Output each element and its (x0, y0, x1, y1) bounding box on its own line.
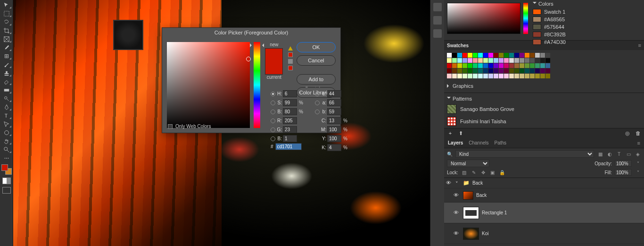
lock-transparency-icon[interactable]: ▨ (461, 169, 468, 176)
swatch[interactable] (540, 74, 545, 78)
crop-tool[interactable] (1, 26, 12, 35)
swatch[interactable] (509, 74, 514, 78)
layer-row[interactable]: 👁 Back (444, 188, 644, 203)
swatch[interactable] (462, 68, 467, 73)
swatch[interactable] (540, 53, 545, 58)
swatch[interactable] (468, 53, 472, 58)
swatch[interactable] (447, 53, 452, 58)
swatch[interactable] (525, 68, 529, 73)
swatch[interactable] (545, 68, 550, 73)
radio-g[interactable] (271, 127, 275, 132)
field-r[interactable] (283, 117, 297, 124)
filter-shape-icon[interactable]: ▭ (625, 151, 632, 157)
visibility-icon[interactable]: 👁 (446, 180, 453, 187)
swatch[interactable] (520, 68, 524, 73)
swatch[interactable] (504, 53, 509, 58)
swatch[interactable] (530, 74, 535, 78)
swatch[interactable] (520, 63, 524, 68)
layer-row[interactable]: 👁 Rectangle 1 (444, 203, 644, 223)
color-list-item[interactable]: Swatch 1 (533, 8, 641, 15)
blend-mode-select[interactable]: Normal (447, 160, 489, 167)
lock-all-icon[interactable]: 🔒 (499, 169, 505, 176)
swatch[interactable] (473, 63, 478, 68)
swatch[interactable] (462, 53, 467, 58)
field-h[interactable] (283, 90, 297, 97)
patterns-section-toggle[interactable]: Patterns (447, 95, 641, 102)
swatch[interactable] (525, 53, 529, 58)
cancel-button[interactable]: Cancel (297, 55, 336, 66)
swatch[interactable] (520, 58, 524, 63)
swatch[interactable] (504, 58, 509, 63)
lock-artboard-icon[interactable]: ▣ (489, 169, 496, 176)
stamp-tool[interactable] (1, 69, 12, 77)
lock-position-icon[interactable]: ✥ (480, 169, 487, 176)
swatch[interactable] (478, 63, 483, 68)
brush-tool[interactable] (1, 60, 12, 69)
color-list-item[interactable]: #A74D30 (533, 39, 641, 45)
swatch[interactable] (525, 63, 529, 68)
eraser-tool[interactable] (1, 77, 12, 86)
swatch[interactable] (483, 74, 488, 78)
hue-mini-slider[interactable] (523, 3, 528, 34)
swatch[interactable] (525, 58, 529, 63)
swatch[interactable] (488, 63, 493, 68)
swatch[interactable] (535, 68, 540, 73)
swatch[interactable] (483, 58, 488, 63)
swatch[interactable] (447, 68, 452, 73)
radio-r[interactable] (271, 119, 275, 123)
field-b[interactable] (327, 108, 341, 115)
opacity-input[interactable] (615, 160, 632, 167)
swatch[interactable] (499, 58, 504, 63)
swatch[interactable] (462, 63, 467, 68)
swatch[interactable] (530, 63, 535, 68)
foreground-color[interactable] (1, 164, 8, 171)
shape-tool[interactable] (1, 128, 12, 137)
swatch[interactable] (457, 68, 462, 73)
swatch[interactable] (514, 63, 519, 68)
swatch[interactable] (545, 58, 550, 63)
color-list-item[interactable]: #575644 (533, 24, 641, 30)
swatch[interactable] (535, 74, 540, 78)
swatch[interactable] (447, 74, 452, 78)
filter-adjust-icon[interactable]: ◐ (606, 151, 613, 157)
field-a[interactable] (327, 99, 341, 106)
swatch[interactable] (540, 68, 545, 73)
swatch[interactable] (504, 74, 509, 78)
radio-bv[interactable] (271, 110, 275, 114)
type-tool[interactable]: T (1, 111, 12, 120)
healing-tool[interactable] (1, 52, 12, 60)
websafe-color[interactable] (288, 66, 293, 70)
layer-group-row[interactable]: 👁 ˅ 📁 Back (444, 178, 644, 188)
swatch[interactable] (457, 63, 462, 68)
swatch[interactable] (514, 53, 519, 58)
swatch[interactable] (452, 53, 457, 58)
swatch[interactable] (452, 68, 457, 73)
field-y[interactable] (327, 135, 341, 142)
swatch[interactable] (535, 53, 540, 58)
tab-layers[interactable]: Layers (448, 140, 463, 145)
radio-bb[interactable] (271, 136, 275, 141)
swatch[interactable] (540, 63, 545, 68)
swatch[interactable] (488, 74, 493, 78)
swatch[interactable] (478, 68, 483, 73)
swatch[interactable] (462, 58, 467, 63)
trash-icon[interactable]: 🗑 (635, 130, 641, 136)
add-swatches-button[interactable]: Add to Swatches (297, 74, 336, 85)
field-l[interactable] (327, 90, 341, 97)
chevron-down-icon[interactable]: ˅ (455, 181, 460, 186)
dodge-tool[interactable] (1, 94, 12, 103)
upload-icon[interactable]: ⬆ (457, 130, 464, 136)
current-color[interactable] (265, 61, 282, 74)
swatch[interactable] (494, 63, 498, 68)
swatch[interactable] (514, 74, 519, 78)
swatch[interactable] (452, 58, 457, 63)
zoom-tool[interactable] (1, 145, 12, 154)
swatch[interactable] (504, 63, 509, 68)
collapsed-icon[interactable] (433, 3, 442, 11)
eyedropper-tool[interactable] (1, 43, 12, 52)
swatch[interactable] (525, 74, 529, 78)
swatch[interactable] (483, 53, 488, 58)
swatch[interactable] (478, 53, 483, 58)
swatch[interactable] (483, 63, 488, 68)
layer-row[interactable]: 👁 Koi (444, 223, 644, 244)
